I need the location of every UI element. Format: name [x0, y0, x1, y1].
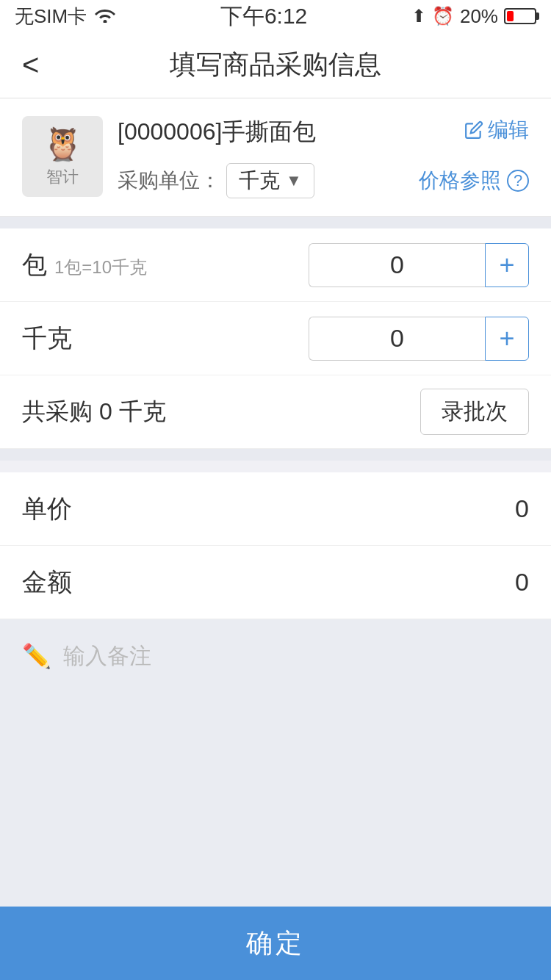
unit-value: 千克	[239, 167, 280, 195]
product-image: 🦉 智计	[22, 116, 103, 197]
remark-section[interactable]: ✏️ 输入备注	[0, 619, 551, 693]
section-divider-2	[0, 449, 551, 461]
nav-bar: < 填写商品采购信息	[0, 32, 551, 98]
unit-select[interactable]: 千克 ▼	[226, 163, 314, 198]
total-text: 共采购 0 千克	[22, 396, 166, 428]
back-button[interactable]: <	[22, 48, 39, 82]
bottom-filler	[0, 693, 551, 913]
alarm-icon: ⏰	[432, 6, 454, 26]
battery-icon	[504, 8, 536, 24]
pencil-icon: ✏️	[22, 642, 51, 670]
kg-label: 千克	[22, 322, 72, 356]
batch-button[interactable]: 录批次	[420, 389, 529, 435]
question-icon: ?	[507, 170, 529, 192]
status-bar: 无SIM卡 下午6:12 ⬆ ⏰ 20%	[0, 0, 551, 32]
section-divider-1	[0, 217, 551, 228]
price-ref-button[interactable]: 价格参照 ?	[419, 167, 529, 195]
chevron-down-icon: ▼	[286, 171, 302, 190]
status-right: ⬆ ⏰ 20%	[411, 5, 536, 28]
unit-prefix-label: 采购单位：	[118, 167, 220, 195]
product-info: [0000006]手撕面包 编辑 采购单位： 千克 ▼ 价格参照 ?	[118, 116, 529, 198]
amount-label: 金额	[22, 566, 72, 599]
product-header: [0000006]手撕面包 编辑	[118, 116, 529, 148]
amount-row: 金额 0	[0, 546, 551, 619]
amount-value: 0	[515, 568, 529, 597]
kg-input[interactable]: 0	[309, 317, 485, 361]
wifi-icon	[94, 5, 116, 28]
pack-label: 包	[22, 248, 47, 282]
pack-input-row: 包 1包=10千克 0 +	[0, 228, 551, 302]
status-left: 无SIM卡	[15, 4, 116, 29]
confirm-button[interactable]: 确定	[0, 907, 551, 980]
unit-price-label: 单价	[22, 492, 72, 526]
location-icon: ⬆	[411, 6, 426, 26]
input-section: 包 1包=10千克 0 + 千克 0 + 共采购 0 千克 录批次	[0, 228, 551, 449]
unit-price-value: 0	[515, 494, 529, 523]
kg-input-controls: 0 +	[309, 317, 529, 361]
price-section: 单价 0 金额 0	[0, 472, 551, 619]
pack-input-controls: 0 +	[309, 243, 529, 287]
remark-placeholder: 输入备注	[63, 641, 151, 671]
confirm-label: 确定	[246, 926, 305, 962]
kg-value: 0	[390, 324, 404, 353]
status-time: 下午6:12	[220, 1, 307, 32]
page-title: 填写商品采购信息	[170, 47, 381, 83]
edit-button[interactable]: 编辑	[464, 116, 529, 144]
total-row: 共采购 0 千克 录批次	[0, 375, 551, 449]
product-name: [0000006]手撕面包	[118, 116, 464, 148]
pack-input[interactable]: 0	[309, 243, 485, 287]
product-card: 🦉 智计 [0000006]手撕面包 编辑 采购单位： 千克 ▼	[0, 98, 551, 217]
product-unit-row: 采购单位： 千克 ▼ 价格参照 ?	[118, 163, 529, 198]
carrier-text: 无SIM卡	[15, 4, 87, 29]
pack-sublabel: 1包=10千克	[54, 256, 147, 279]
pack-value: 0	[390, 251, 404, 279]
product-img-label: 智计	[46, 166, 79, 188]
unit-price-row: 单价 0	[0, 472, 551, 546]
kg-input-row: 千克 0 +	[0, 302, 551, 375]
kg-plus-button[interactable]: +	[485, 317, 529, 361]
battery-percent: 20%	[460, 5, 498, 28]
pack-plus-button[interactable]: +	[485, 243, 529, 287]
product-img-icon: 🦉	[43, 125, 83, 163]
price-ref-label: 价格参照	[419, 167, 501, 195]
